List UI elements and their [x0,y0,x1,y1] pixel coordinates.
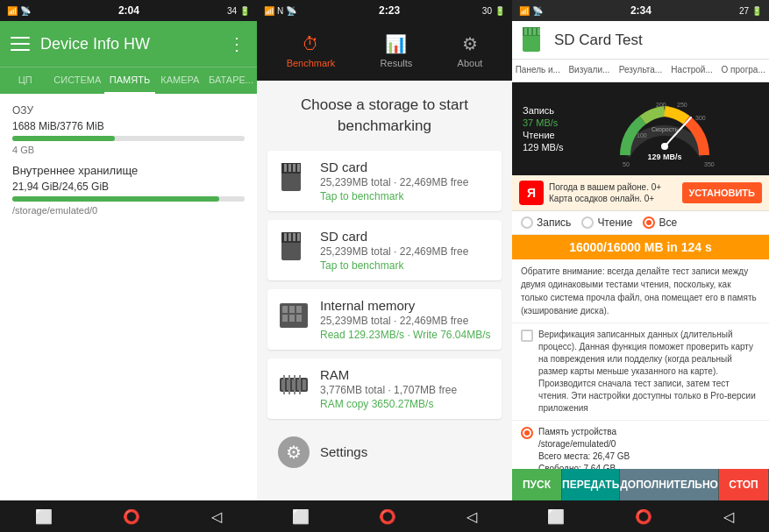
nav-square-icon[interactable]: ⬜ [35,508,53,525]
nav-back-icon-2[interactable]: ◁ [466,508,477,525]
statusbar-time-1: 2:04 [118,4,139,17]
nav-back-icon[interactable]: ◁ [211,508,222,525]
toolbar-3: SD Card Test [512,21,769,60]
radio-read[interactable]: Чтение [581,216,632,229]
speedometer-display: 50 100 200 250 300 350 129 MB/s Скорость [570,89,758,168]
start-button[interactable]: ПУСК [512,469,562,500]
write-label: Запись [523,105,563,116]
about-icon: ⚙ [462,33,478,54]
sdcard-app-icon [521,27,547,53]
radio-write[interactable]: Запись [521,216,571,229]
tab-memory[interactable]: ПАМЯТЬ [104,67,154,94]
sdcard2-icon [278,231,310,262]
toolbar-1: Device Info HW ⋮ [0,21,257,67]
svg-rect-4 [293,164,295,172]
svg-rect-9 [288,233,291,241]
svg-rect-25 [283,375,285,379]
panel-benchmark: 📶 N 📡 2:23 30 🔋 ⏱ Benchmark 📊 Results ⚙ … [257,0,512,532]
ram-total: 4 GB [12,145,245,155]
tab-battery[interactable]: БАТАРЕ... [205,67,257,94]
ram-used: 1688 MiB/3776 MiB [12,120,245,132]
read-value: 129 MB/s [523,142,563,153]
svg-rect-29 [283,390,285,394]
checkbox-section[interactable]: Верификация записанных данных (длительны… [512,323,769,421]
nav-circle-icon-3[interactable]: ⭕ [635,508,652,525]
storage-item-sdcard2[interactable]: SD card 25,239MB total · 22,469MB free T… [267,220,502,280]
subtab-settings[interactable]: Настрой... [666,60,718,82]
internal-mem-action: Read 129.23MB/s · Write 76.04MB/s [320,329,491,341]
app-title: Device Info HW [40,35,217,53]
transfer-button[interactable]: ПЕРЕДАТЬ [562,469,620,500]
tab-results[interactable]: 📊 Results [370,28,424,74]
signal-icon-2: 📡 [286,6,296,16]
svg-rect-11 [297,233,300,241]
tab-benchmark[interactable]: ⏱ Benchmark [276,29,346,74]
radio-read-label: Чтение [597,216,632,229]
ram-label: ОЗУ [12,104,245,117]
storage-item-ram[interactable]: RAM 3,776MB total · 1,707MB free RAM cop… [267,358,502,419]
svg-rect-3 [288,164,291,172]
install-button[interactable]: УСТАНОВИТЬ [682,182,762,203]
svg-rect-15 [296,306,302,313]
nav-bar-2: ⬜ ⭕ ◁ [257,500,512,532]
internal-progress-fill [12,196,219,202]
svg-rect-23 [297,379,301,390]
nav-bar-1: ⬜ ⭕ ◁ [0,500,257,532]
storage-item-sdcard1[interactable]: SD card 25,239MB total · 22,469MB free T… [267,151,502,211]
svg-rect-27 [294,375,295,379]
tab-system[interactable]: СИСТЕМА [50,67,104,94]
battery-icon-1: 🔋 [239,6,250,16]
statusbar-1: 📶 📡 2:04 34 🔋 [0,0,257,21]
nav-circle-icon-2[interactable]: ⭕ [379,508,396,525]
battery-label-3: 27 [739,6,749,16]
internal-path: /storage/emulated/0 [12,205,245,216]
storage-option-internal[interactable]: Память устройства/storage/emulated/0Всег… [521,426,760,469]
svg-text:300: 300 [695,115,706,121]
tab-camera[interactable]: КАМЕРА [155,67,205,94]
svg-rect-30 [288,390,290,394]
speedometer-section: Запись 37 MB/s Чтение 129 MB/s [512,82,769,175]
subtab-panel[interactable]: Панель и... [512,60,564,82]
svg-rect-31 [294,390,295,394]
svg-rect-13 [282,306,288,313]
stop-button[interactable]: СТОП [719,469,769,500]
additional-button[interactable]: ДОПОЛНИТЕЛЬНО [620,469,719,500]
ram-action: RAM copy 3650.27MB/s [320,398,491,410]
nav-square-icon-3[interactable]: ⬜ [547,508,565,525]
sdcard2-size: 25,239MB total · 22,469MB free [320,245,491,258]
svg-rect-8 [284,233,287,241]
sdcard1-action[interactable]: Tap to benchmark [320,190,491,202]
statusbar-time-3: 2:34 [630,4,652,17]
verify-checkbox[interactable] [521,330,533,342]
nav-circle-icon[interactable]: ⭕ [123,508,140,525]
svg-rect-22 [292,379,295,390]
wifi-icon: 📶 [7,6,18,16]
wifi-icon-2: 📶 [264,6,274,16]
subtab-visual[interactable]: Визуали... [564,60,616,82]
storage-item-internal[interactable]: Internal memory 25,239MB total · 22,469M… [267,289,502,350]
progress-section: 16000/16000 MB in 124 s [512,235,769,259]
nav-square-icon-2[interactable]: ⬜ [292,508,310,525]
hamburger-menu-icon[interactable] [11,37,30,51]
bottom-action-buttons: ПУСК ПЕРЕДАТЬ ДОПОЛНИТЕЛЬНО СТОП [512,469,769,500]
overflow-menu-icon[interactable]: ⋮ [228,33,246,54]
panel2-content: Choose a storage to start benchmarking S… [257,81,512,500]
statusbar-3: 📶 📡 2:34 27 🔋 [512,0,769,21]
read-label: Чтение [523,130,563,140]
svg-rect-21 [287,379,290,390]
nav-back-icon-3[interactable]: ◁ [723,508,734,525]
subtab-about[interactable]: О програ... [717,60,769,82]
battery-label-1: 34 [227,6,237,16]
tab-cpu[interactable]: ЦП [0,67,50,94]
settings-item[interactable]: ⚙ Settings [267,428,502,477]
ram-info: RAM 3,776MB total · 1,707MB free RAM cop… [320,367,491,410]
sdcard2-action[interactable]: Tap to benchmark [320,259,491,272]
svg-rect-14 [289,306,295,313]
ram-progress-bar [12,136,245,141]
radio-all[interactable]: Все [643,216,677,229]
subtab-results[interactable]: Результа... [615,60,666,82]
sdcard1-name: SD card [320,160,491,174]
internal-used: 21,94 GiB/24,65 GiB [12,181,245,193]
tab-about[interactable]: ⚙ About [447,28,494,74]
benchmark-icon: ⏱ [302,34,319,54]
